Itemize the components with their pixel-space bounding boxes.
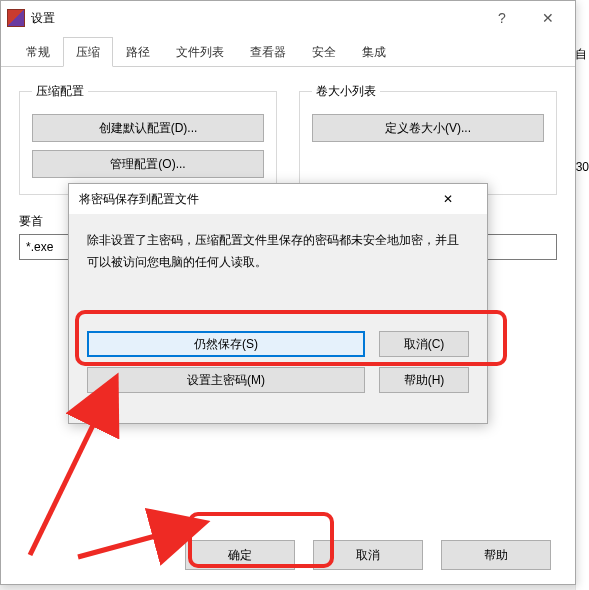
window-title: 设置: [31, 10, 479, 27]
bg-text: 自: [575, 46, 587, 63]
define-volume-size-button[interactable]: 定义卷大小(V)...: [312, 114, 544, 142]
tab-path[interactable]: 路径: [113, 37, 163, 67]
bottom-button-bar: 确定 取消 帮助: [1, 540, 575, 570]
ok-button[interactable]: 确定: [185, 540, 295, 570]
help-button[interactable]: 帮助: [441, 540, 551, 570]
winrar-icon: [7, 9, 25, 27]
volume-sizes-legend: 卷大小列表: [312, 83, 380, 100]
save-anyway-button[interactable]: 仍然保存(S): [87, 331, 365, 357]
save-password-dialog: 将密码保存到配置文件 ✕ 除非设置了主密码，压缩配置文件里保存的密码都未安全地加…: [68, 183, 488, 424]
compress-profiles-legend: 压缩配置: [32, 83, 88, 100]
dialog-cancel-button[interactable]: 取消(C): [379, 331, 469, 357]
dialog-close-button[interactable]: ✕: [443, 186, 483, 212]
tab-filelist[interactable]: 文件列表: [163, 37, 237, 67]
close-icon: ✕: [542, 10, 554, 26]
titlebar: 设置 ? ✕: [1, 1, 575, 35]
dialog-help-button[interactable]: 帮助(H): [379, 367, 469, 393]
volume-sizes-group: 卷大小列表 定义卷大小(V)...: [299, 83, 557, 195]
manage-profiles-button[interactable]: 管理配置(O)...: [32, 150, 264, 178]
help-titlebar-button[interactable]: ?: [479, 3, 525, 33]
bg-text2: 30: [576, 160, 589, 174]
background-window-edge: 自 30: [575, 0, 589, 590]
close-button[interactable]: ✕: [525, 3, 571, 33]
tab-general[interactable]: 常规: [13, 37, 63, 67]
tab-security[interactable]: 安全: [299, 37, 349, 67]
tab-compression[interactable]: 压缩: [63, 37, 113, 67]
create-default-profile-button[interactable]: 创建默认配置(D)...: [32, 114, 264, 142]
dialog-message: 除非设置了主密码，压缩配置文件里保存的密码都未安全地加密，并且可以被访问您电脑的…: [87, 230, 469, 273]
set-master-password-button[interactable]: 设置主密码(M): [87, 367, 365, 393]
dialog-title: 将密码保存到配置文件: [79, 191, 443, 208]
tab-viewer[interactable]: 查看器: [237, 37, 299, 67]
compress-profiles-group: 压缩配置 创建默认配置(D)... 管理配置(O)...: [19, 83, 277, 195]
cancel-button[interactable]: 取消: [313, 540, 423, 570]
close-icon: ✕: [443, 192, 483, 206]
dialog-titlebar: 将密码保存到配置文件 ✕: [69, 184, 487, 214]
tab-integration[interactable]: 集成: [349, 37, 399, 67]
tab-bar: 常规 压缩 路径 文件列表 查看器 安全 集成: [1, 35, 575, 67]
